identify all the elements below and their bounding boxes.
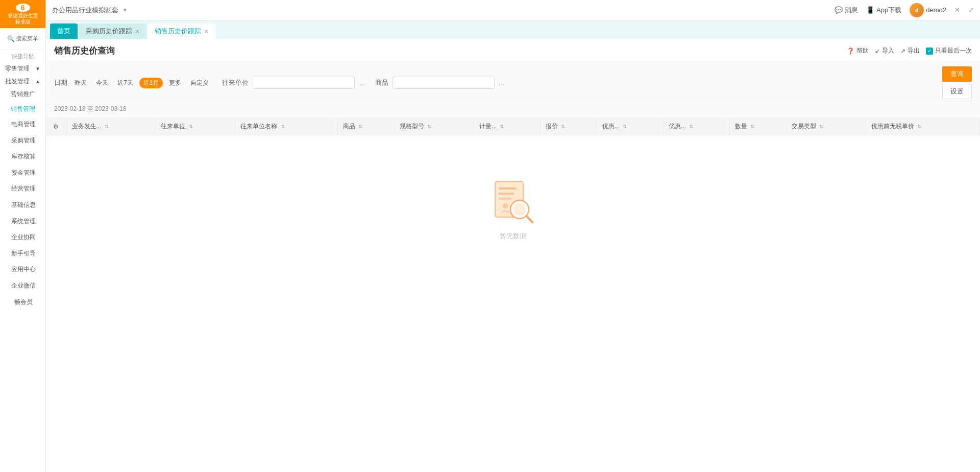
sidebar-item-wechat[interactable]: 企业微信 xyxy=(0,278,45,294)
sidebar-item-guide[interactable]: 新手引导 xyxy=(0,246,45,262)
partner-filter-label: 往来单位 xyxy=(222,78,249,87)
col-goods[interactable]: 商品 ⇅ xyxy=(338,118,395,135)
basic-info-label: 基础信息 xyxy=(11,201,36,209)
tab-purchase-label: 采购历史价跟踪 xyxy=(86,27,132,36)
system-label: 系统管理 xyxy=(11,218,36,226)
col-partner-name[interactable]: 往来单位名称 ⇅ xyxy=(235,118,338,135)
table-wrapper: ⚙ 业务发生... ⇅ 往来单位 ⇅ 往来单位名称 ⇅ xyxy=(46,118,980,281)
date-range-display: 2023-02-18 至 2023-03-18 xyxy=(54,105,126,112)
close-window-icon[interactable]: ✕ xyxy=(954,6,960,14)
page-title: 销售历史价查询 xyxy=(54,45,115,57)
date-filter-label: 日期 xyxy=(54,78,67,87)
date-option-yesterday[interactable]: 昨天 xyxy=(71,78,90,88)
col-trade-type[interactable]: 交易类型 ⇅ xyxy=(786,118,866,135)
date-option-custom[interactable]: 自定义 xyxy=(187,78,212,88)
appstore-label: 应用中心 xyxy=(11,266,36,274)
svg-rect-3 xyxy=(499,198,511,200)
sort-biz-date-icon: ⇅ xyxy=(105,124,109,129)
app-download-button[interactable]: 📱 App下载 xyxy=(866,6,901,15)
logo-symbol: 6 xyxy=(21,4,25,12)
date-option-7days[interactable]: 近7天 xyxy=(114,78,136,88)
user-profile-button[interactable]: d demo2 xyxy=(910,3,946,17)
sidebar-item-inventory[interactable]: 库存核算 xyxy=(0,149,45,165)
col-pretax-price[interactable]: 优惠前无税单价 ⇅ xyxy=(866,118,979,135)
topbar-right: 💬 消息 📱 App下载 d demo2 ✕ ⤢ xyxy=(835,3,974,17)
col-quantity-label: 数量 xyxy=(735,123,747,130)
sidebar-item-enterprise[interactable]: 企业协同 xyxy=(0,229,45,246)
sidebar-item-management[interactable]: 经营管理 xyxy=(0,181,45,197)
help-button[interactable]: ❓ 帮助 xyxy=(847,46,869,55)
enterprise-label: 企业协同 xyxy=(11,233,36,242)
topbar-left: 办公用品行业模拟账套 ▼ xyxy=(52,6,128,15)
goods-input[interactable] xyxy=(393,77,495,89)
svg-rect-1 xyxy=(499,187,517,190)
guide-label: 新手引导 xyxy=(11,250,36,258)
tab-home-label: 首页 xyxy=(57,27,70,36)
tab-purchase-close-icon[interactable]: ✕ xyxy=(135,29,139,34)
download-icon: 📱 xyxy=(866,6,874,14)
tab-sales-history[interactable]: 销售历史价跟踪 ✕ xyxy=(148,23,215,39)
sidebar-item-wholesale[interactable]: 批发管理 ▲ xyxy=(0,74,45,87)
import-button[interactable]: ↙ 导入 xyxy=(875,46,894,55)
membership-label: 畅会员 xyxy=(14,298,33,306)
settings-button[interactable]: 设置 xyxy=(942,84,972,99)
sidebar-item-system[interactable]: 系统管理 xyxy=(0,214,45,230)
sidebar-item-marketing[interactable]: 营销推广 xyxy=(0,87,45,102)
user-label: demo2 xyxy=(926,6,946,14)
settings-gear-icon: ⚙ xyxy=(53,123,59,130)
message-button[interactable]: 💬 消息 xyxy=(835,6,858,15)
goods-filter-label: 商品 xyxy=(375,78,388,87)
sidebar-item-sales[interactable]: 销售管理 xyxy=(0,102,45,116)
wechat-label: 企业微信 xyxy=(11,282,36,290)
sidebar-item-purchase[interactable]: 采购管理 xyxy=(0,133,45,149)
sidebar-logo: 6 畅捷通好生意 标准版 xyxy=(0,0,45,28)
sidebar-search-section: 🔍 搜索菜单 xyxy=(0,28,45,50)
filter-area: 日期 昨天 今天 近7天 近1月 更多 自定义 往来单位 ... 商品 ... xyxy=(46,61,980,105)
tab-purchase-history[interactable]: 采购历史价跟踪 ✕ xyxy=(79,23,146,39)
only-last-checkbox-group[interactable]: 只看最后一次 xyxy=(926,46,972,55)
workspace-dropdown-icon[interactable]: ▼ xyxy=(122,7,128,13)
col-unit[interactable]: 计量... ⇅ xyxy=(474,118,541,135)
partner-input[interactable] xyxy=(253,77,355,89)
partner-filter-group: 往来单位 ... xyxy=(222,77,365,89)
tab-home[interactable]: 首页 xyxy=(50,23,78,39)
sidebar-item-basic-info[interactable]: 基础信息 xyxy=(0,197,45,214)
only-last-checkbox[interactable] xyxy=(926,48,933,55)
sort-partner-code-icon: ⇅ xyxy=(189,124,193,129)
tabs-bar: 首页 采购历史价跟踪 ✕ 销售历史价跟踪 ✕ xyxy=(46,20,980,39)
query-button[interactable]: 查询 xyxy=(942,66,972,82)
sort-trade-type-icon: ⇅ xyxy=(819,124,823,129)
col-price[interactable]: 报价 ⇅ xyxy=(540,118,597,135)
tab-sales-label: 销售历史价跟踪 xyxy=(155,27,201,36)
sidebar-item-finance[interactable]: 资金管理 xyxy=(0,165,45,181)
sort-pretax-price-icon: ⇅ xyxy=(917,124,921,129)
retail-label: 零售管理 xyxy=(5,64,30,73)
search-menu-item[interactable]: 🔍 搜索菜单 xyxy=(3,32,42,45)
sidebar-item-retail[interactable]: 零售管理 ▼ xyxy=(0,61,45,74)
goods-dots-button[interactable]: ... xyxy=(499,79,505,87)
date-option-today[interactable]: 今天 xyxy=(93,78,111,88)
partner-dots-button[interactable]: ... xyxy=(359,79,365,87)
col-biz-date[interactable]: 业务发生... ⇅ xyxy=(66,118,156,135)
col-discount1[interactable]: 优惠... ⇅ xyxy=(597,118,663,135)
sidebar-item-ecommerce[interactable]: 电商管理 xyxy=(0,116,45,133)
export-button[interactable]: ↗ 导出 xyxy=(900,46,920,55)
table-header: ⚙ 业务发生... ⇅ 往来单位 ⇅ 往来单位名称 ⇅ xyxy=(46,118,980,135)
col-settings[interactable]: ⚙ xyxy=(46,118,66,135)
retail-arrow-icon: ▼ xyxy=(35,66,40,72)
col-discount2[interactable]: 优惠... ⇅ xyxy=(663,118,729,135)
date-option-1month[interactable]: 近1月 xyxy=(139,78,163,88)
sidebar-item-membership[interactable]: 畅会员 xyxy=(0,294,45,311)
date-option-more[interactable]: 更多 xyxy=(166,78,184,88)
col-spec-label: 规格型号 xyxy=(400,123,424,130)
app-name: 畅捷通好生意 xyxy=(8,13,38,19)
maximize-window-icon[interactable]: ⤢ xyxy=(968,6,974,14)
sort-discount2-icon: ⇅ xyxy=(689,124,693,129)
tab-sales-close-icon[interactable]: ✕ xyxy=(204,29,208,34)
data-table: ⚙ 业务发生... ⇅ 往来单位 ⇅ 往来单位名称 ⇅ xyxy=(46,118,980,135)
management-label: 经营管理 xyxy=(11,185,36,193)
col-spec[interactable]: 规格型号 ⇅ xyxy=(395,118,474,135)
col-quantity[interactable]: 数量 ⇅ xyxy=(729,118,786,135)
col-partner-code[interactable]: 往来单位 ⇅ xyxy=(156,118,235,135)
sidebar-item-appstore[interactable]: 应用中心 xyxy=(0,262,45,278)
